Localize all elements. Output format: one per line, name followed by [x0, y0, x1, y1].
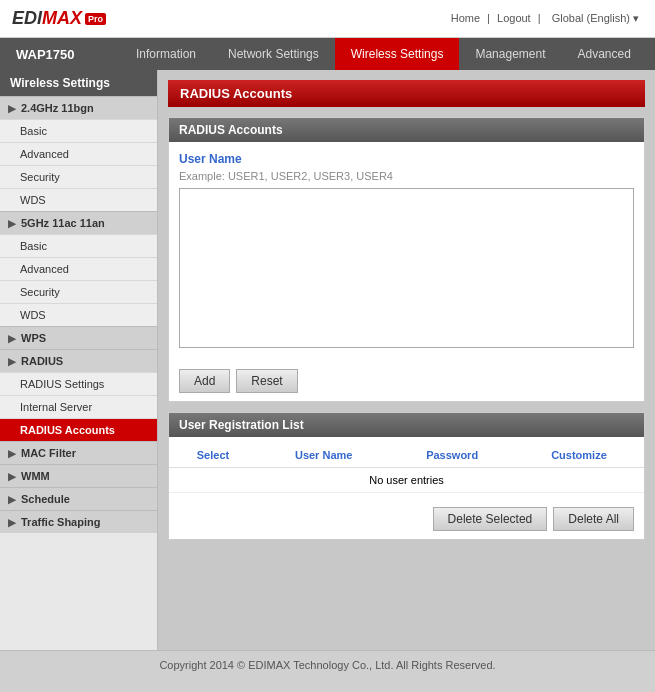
add-button[interactable]: Add — [179, 369, 230, 393]
username-field-label: User Name — [179, 152, 634, 166]
form-area: User Name Example: USER1, USER2, USER3, … — [169, 142, 644, 361]
delete-all-button[interactable]: Delete All — [553, 507, 634, 531]
col-username: User Name — [257, 443, 390, 468]
footer-text: Copyright 2014 © EDIMAX Technology Co., … — [159, 659, 495, 671]
sidebar-group-radius-header[interactable]: ▶ RADIUS — [0, 349, 157, 372]
footer: Copyright 2014 © EDIMAX Technology Co., … — [0, 650, 655, 679]
radius-accounts-section: RADIUS Accounts User Name Example: USER1… — [168, 117, 645, 402]
sidebar-group-wmm: ▶ WMM — [0, 464, 157, 487]
group-label-traffic: Traffic Shaping — [21, 516, 100, 528]
group-label-wps: WPS — [21, 332, 46, 344]
group-label-24ghz: 2.4GHz 11bgn — [21, 102, 94, 114]
logo-edi: EDI — [12, 8, 42, 28]
user-registration-section: User Registration List Select User Name … — [168, 412, 645, 540]
col-customize: Customize — [514, 443, 644, 468]
sidebar-group-radius: ▶ RADIUS RADIUS Settings Internal Server… — [0, 349, 157, 441]
sidebar-group-schedule-header[interactable]: ▶ Schedule — [0, 487, 157, 510]
reset-button[interactable]: Reset — [236, 369, 297, 393]
arrow-icon-schedule: ▶ — [8, 494, 16, 505]
group-label-schedule: Schedule — [21, 493, 70, 505]
page-header: RADIUS Accounts — [168, 80, 645, 107]
nav-information[interactable]: Information — [120, 38, 212, 70]
arrow-icon-radius: ▶ — [8, 356, 16, 367]
arrow-icon-wps: ▶ — [8, 333, 16, 344]
top-links: Home | Logout | Global (English) ▾ — [451, 12, 643, 25]
sidebar-group-wps-header[interactable]: ▶ WPS — [0, 326, 157, 349]
sidebar-item-5g-wds[interactable]: WDS — [0, 303, 157, 326]
logo: EDIMAX Pro — [12, 8, 106, 29]
sidebar-item-5g-advanced[interactable]: Advanced — [0, 257, 157, 280]
sidebar-item-24-advanced[interactable]: Advanced — [0, 142, 157, 165]
sidebar-group-5ghz-header[interactable]: ▶ 5GHz 11ac 11an — [0, 211, 157, 234]
sidebar-group-24ghz-header[interactable]: ▶ 2.4GHz 11bgn — [0, 96, 157, 119]
arrow-icon-traffic: ▶ — [8, 517, 16, 528]
group-label-5ghz: 5GHz 11ac 11an — [21, 217, 105, 229]
sidebar-group-24ghz: ▶ 2.4GHz 11bgn Basic Advanced Security W… — [0, 96, 157, 211]
no-entries-cell: No user entries — [169, 468, 644, 493]
username-field-hint: Example: USER1, USER2, USER3, USER4 — [179, 170, 634, 182]
nav-advanced[interactable]: Advanced — [561, 38, 646, 70]
user-registration-header: User Registration List — [169, 413, 644, 437]
sidebar-item-radius-settings[interactable]: RADIUS Settings — [0, 372, 157, 395]
logout-link[interactable]: Logout — [497, 12, 531, 24]
sidebar-group-schedule: ▶ Schedule — [0, 487, 157, 510]
user-registration-table: Select User Name Password Customize No u… — [169, 443, 644, 493]
arrow-icon-mac: ▶ — [8, 448, 16, 459]
col-password: Password — [390, 443, 513, 468]
sidebar: Wireless Settings ▶ 2.4GHz 11bgn Basic A… — [0, 70, 158, 650]
arrow-icon-5g: ▶ — [8, 218, 16, 229]
col-select: Select — [169, 443, 257, 468]
home-link[interactable]: Home — [451, 12, 480, 24]
sidebar-title: Wireless Settings — [0, 70, 157, 96]
top-bar: EDIMAX Pro Home | Logout | Global (Engli… — [0, 0, 655, 38]
sidebar-group-wps: ▶ WPS — [0, 326, 157, 349]
delete-buttons: Delete Selected Delete All — [169, 499, 644, 539]
sidebar-item-5g-basic[interactable]: Basic — [0, 234, 157, 257]
content-area: RADIUS Accounts RADIUS Accounts User Nam… — [158, 70, 655, 650]
sidebar-group-traffic: ▶ Traffic Shaping — [0, 510, 157, 533]
group-label-radius: RADIUS — [21, 355, 63, 367]
sidebar-item-radius-accounts[interactable]: RADIUS Accounts — [0, 418, 157, 441]
sidebar-group-mac-header[interactable]: ▶ MAC Filter — [0, 441, 157, 464]
nav-management[interactable]: Management — [459, 38, 561, 70]
group-label-mac: MAC Filter — [21, 447, 76, 459]
sidebar-group-mac: ▶ MAC Filter — [0, 441, 157, 464]
no-entries-row: No user entries — [169, 468, 644, 493]
form-buttons: Add Reset — [169, 361, 644, 401]
arrow-icon-wmm: ▶ — [8, 471, 16, 482]
username-textarea[interactable] — [179, 188, 634, 348]
arrow-icon: ▶ — [8, 103, 16, 114]
model-label: WAP1750 — [0, 47, 120, 62]
nav-network-settings[interactable]: Network Settings — [212, 38, 335, 70]
nav-items: Information Network Settings Wireless Se… — [120, 38, 655, 70]
sidebar-item-24-wds[interactable]: WDS — [0, 188, 157, 211]
logo-pro: Pro — [85, 13, 106, 25]
language-selector[interactable]: Global (English) ▾ — [552, 12, 639, 24]
logo-imax: MAX — [42, 8, 82, 28]
main-layout: Wireless Settings ▶ 2.4GHz 11bgn Basic A… — [0, 70, 655, 650]
sidebar-group-5ghz: ▶ 5GHz 11ac 11an Basic Advanced Security… — [0, 211, 157, 326]
sidebar-item-24-security[interactable]: Security — [0, 165, 157, 188]
radius-accounts-section-header: RADIUS Accounts — [169, 118, 644, 142]
nav-bar: WAP1750 Information Network Settings Wir… — [0, 38, 655, 70]
group-label-wmm: WMM — [21, 470, 50, 482]
delete-selected-button[interactable]: Delete Selected — [433, 507, 548, 531]
nav-wireless-settings[interactable]: Wireless Settings — [335, 38, 460, 70]
sidebar-group-traffic-header[interactable]: ▶ Traffic Shaping — [0, 510, 157, 533]
sidebar-item-5g-security[interactable]: Security — [0, 280, 157, 303]
sidebar-item-internal-server[interactable]: Internal Server — [0, 395, 157, 418]
sidebar-group-wmm-header[interactable]: ▶ WMM — [0, 464, 157, 487]
sidebar-item-24-basic[interactable]: Basic — [0, 119, 157, 142]
